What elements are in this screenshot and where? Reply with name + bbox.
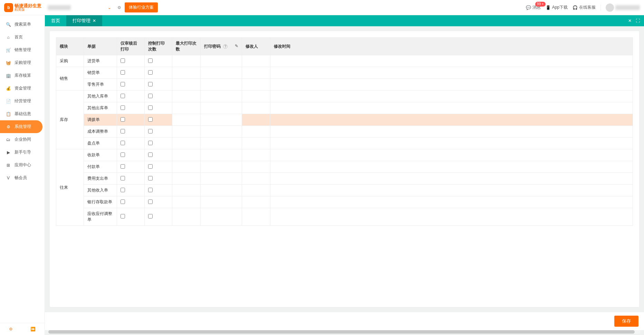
save-button[interactable]: 保存 xyxy=(614,316,638,327)
close-icon[interactable]: ✕ xyxy=(93,18,96,23)
audit-only-checkbox[interactable] xyxy=(121,164,125,169)
audit-only-checkbox[interactable] xyxy=(121,188,125,192)
fullscreen-icon[interactable]: ⛶ xyxy=(636,18,640,23)
funds-icon: 💰 xyxy=(6,86,11,91)
audit-only-checkbox[interactable] xyxy=(121,199,125,204)
table-row[interactable]: 其他出库单 xyxy=(56,102,633,114)
message-link[interactable]: 💬 消息 99 + xyxy=(526,4,541,10)
user-menu[interactable]: ██████ xyxy=(606,3,640,12)
table-row[interactable]: 费用支出单 xyxy=(56,173,633,185)
sidebar-item-funds[interactable]: 💰资金管理 xyxy=(0,82,45,95)
cell-audit-only xyxy=(117,67,145,79)
control-count-checkbox[interactable] xyxy=(148,176,153,180)
control-count-checkbox[interactable] xyxy=(148,152,153,157)
audit-only-checkbox[interactable] xyxy=(121,141,125,145)
settings-icon[interactable]: ⚙ xyxy=(9,327,13,332)
sidebar-item-member[interactable]: V畅会员 xyxy=(0,171,45,184)
logo[interactable]: b 畅捷通好生意 精英版 xyxy=(4,3,45,12)
edit-icon[interactable]: ✎ xyxy=(235,44,238,48)
control-count-checkbox[interactable] xyxy=(148,214,153,218)
sidebar-item-system[interactable]: ⚙系统管理 xyxy=(0,120,42,133)
control-count-checkbox[interactable] xyxy=(148,188,153,192)
cell-doc: 盘点单 xyxy=(84,138,117,149)
cell-max-count xyxy=(172,138,201,149)
horizontal-scrollbar[interactable] xyxy=(48,330,641,334)
cell-audit-only xyxy=(117,185,145,196)
control-count-checkbox[interactable] xyxy=(148,94,153,98)
sidebar-item-home[interactable]: ⌂首页 xyxy=(0,31,45,44)
sidebar-item-label: 采购管理 xyxy=(15,60,31,66)
control-count-checkbox[interactable] xyxy=(148,58,153,63)
control-count-checkbox[interactable] xyxy=(148,70,153,75)
help-icon[interactable]: ? xyxy=(223,44,228,49)
audit-only-checkbox[interactable] xyxy=(121,105,125,110)
table-row[interactable]: 调拨单 xyxy=(56,114,633,126)
online-service-link[interactable]: 🎧 在线客服 xyxy=(573,4,596,10)
sidebar-item-basic[interactable]: 📋基础信息 xyxy=(0,108,45,120)
table-row[interactable]: 应收应付调整单 xyxy=(56,208,633,226)
company-selector[interactable]: ██████ ⌄ xyxy=(45,2,114,13)
cell-doc: 收款单 xyxy=(84,149,117,161)
company-name: ██████ xyxy=(48,5,71,10)
app-download-link[interactable]: 📱 App下载 xyxy=(546,4,568,10)
cell-modifier xyxy=(242,126,270,138)
control-count-checkbox[interactable] xyxy=(148,117,153,122)
table-row[interactable]: 销售销货单 xyxy=(56,67,633,79)
cell-modify-time xyxy=(270,208,633,226)
table-row[interactable]: 往来收款单 xyxy=(56,149,633,161)
audit-only-checkbox[interactable] xyxy=(121,82,125,86)
collapse-icon[interactable]: ⏩ xyxy=(30,327,36,332)
table-row[interactable]: 盘点单 xyxy=(56,138,633,149)
sidebar-item-search-menu[interactable]: 🔍搜索菜单 xyxy=(0,18,45,31)
table-row[interactable]: 零售开单 xyxy=(56,79,633,91)
audit-only-checkbox[interactable] xyxy=(121,117,125,122)
audit-only-checkbox[interactable] xyxy=(121,70,125,75)
table-row[interactable]: 银行存取款单 xyxy=(56,196,633,208)
control-count-checkbox[interactable] xyxy=(148,82,153,86)
cell-module: 往来 xyxy=(56,149,84,226)
th-control-count: 控制打印次数 xyxy=(145,38,172,55)
brand-edition: 精英版 xyxy=(15,8,41,11)
cell-audit-only xyxy=(117,196,145,208)
cell-max-count[interactable] xyxy=(172,114,201,126)
scrollbar-thumb[interactable] xyxy=(48,330,635,334)
sidebar-item-inventory[interactable]: 🏢库存核算 xyxy=(0,69,45,82)
control-count-checkbox[interactable] xyxy=(148,164,153,169)
sidebar-item-label: 首页 xyxy=(15,34,23,40)
divider xyxy=(600,4,601,11)
audit-only-checkbox[interactable] xyxy=(121,58,125,63)
trial-button[interactable]: 体验行业方案 xyxy=(125,2,158,12)
sidebar-item-label: 应用中心 xyxy=(15,162,31,168)
tab-print-mgmt[interactable]: 打印管理 ✕ xyxy=(66,15,102,26)
tab-home[interactable]: 首页 xyxy=(45,15,66,26)
control-count-checkbox[interactable] xyxy=(148,199,153,204)
table-row[interactable]: 其他收入单 xyxy=(56,185,633,196)
gear-icon[interactable]: ⚙ xyxy=(117,5,121,10)
control-count-checkbox[interactable] xyxy=(148,129,153,133)
sidebar-item-operation[interactable]: 📄经营管理 xyxy=(0,95,45,108)
cell-max-count xyxy=(172,91,201,102)
audit-only-checkbox[interactable] xyxy=(121,94,125,98)
audit-only-checkbox[interactable] xyxy=(121,129,125,133)
sidebar-item-sales[interactable]: 🛒销售管理 xyxy=(0,44,45,56)
app-download-label: App下载 xyxy=(552,4,568,10)
cell-doc: 其他入库单 xyxy=(84,91,117,102)
sidebar-item-enterprise[interactable]: 🗂企业协同 xyxy=(0,133,45,146)
audit-only-checkbox[interactable] xyxy=(121,176,125,180)
system-icon: ⚙ xyxy=(6,124,11,129)
table-row[interactable]: 采购进货单 xyxy=(56,55,633,67)
audit-only-checkbox[interactable] xyxy=(121,214,125,218)
sidebar-item-app-center[interactable]: ⊞应用中心 xyxy=(0,159,45,171)
audit-only-checkbox[interactable] xyxy=(121,152,125,157)
sidebar-item-purchase[interactable]: 🧺采购管理 xyxy=(0,56,45,69)
table-row[interactable]: 付款单 xyxy=(56,161,633,173)
cell-audit-only xyxy=(117,149,145,161)
cell-password[interactable] xyxy=(201,114,242,126)
control-count-checkbox[interactable] xyxy=(148,141,153,145)
table-row[interactable]: 成本调整单 xyxy=(56,126,633,138)
control-count-checkbox[interactable] xyxy=(148,105,153,110)
sidebar-item-guide[interactable]: ▶新手引导 xyxy=(0,146,45,159)
sidebar-item-label: 基础信息 xyxy=(15,111,31,117)
tab-close-all-icon[interactable]: ✕ xyxy=(628,18,632,23)
table-row[interactable]: 库存其他入库单 xyxy=(56,91,633,102)
